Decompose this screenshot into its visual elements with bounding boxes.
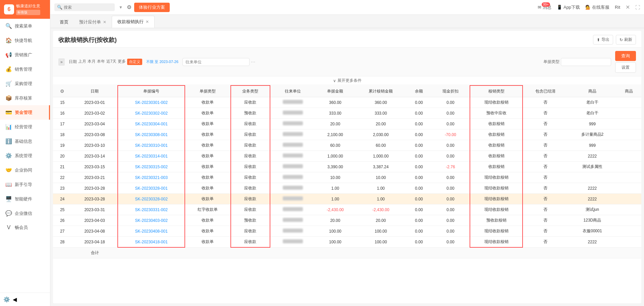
voucher-link[interactable]: SK-20230315-002 [135, 165, 167, 169]
cell-cash-discount: 0.00 [431, 97, 470, 108]
sidebar-item-label: 企业微信 [15, 210, 32, 217]
sidebar-item-label: 资金管理 [15, 110, 32, 116]
cell-voucher-no[interactable]: SK-20230314-001 [118, 151, 185, 162]
voucher-link[interactable]: SK-20230308-001 [135, 132, 167, 137]
tab-home[interactable]: 首页 [54, 16, 74, 28]
filter-last7[interactable]: 近7天 [106, 59, 117, 65]
gear-icon[interactable]: ⚙ [127, 4, 131, 10]
topbar-search-input[interactable] [64, 5, 107, 10]
voucher-link[interactable]: SK-20230310-001 [135, 143, 167, 148]
cell-include-settled: 否 [523, 194, 568, 204]
cell-voucher-no[interactable]: SK-20230408-001 [118, 226, 185, 237]
cell-voucher-no[interactable]: SK-20230310-001 [118, 140, 185, 151]
sidebar-item-shortcuts[interactable]: 🏠 快捷导航 [0, 33, 50, 48]
cell-voucher-no[interactable]: SK-20230308-001 [118, 129, 185, 140]
voucher-link[interactable]: SK-20230301-002 [135, 100, 167, 105]
cell-cumulative: 360.00 [355, 97, 407, 108]
sidebar-item-hardware[interactable]: 🖥️ 智能硬件 [0, 192, 50, 206]
cell-amount: 100.00 [315, 226, 355, 237]
filter-custom-button[interactable]: 自定义 [127, 59, 142, 65]
app-download-button[interactable]: 📱 App下载 [557, 4, 580, 10]
cell-voucher-no[interactable]: SK-20230301-002 [118, 97, 185, 108]
cell-biz-type: 应收款 [231, 204, 270, 215]
cell-product2 [616, 194, 641, 204]
sidebar-item-marketing[interactable]: 📢 营销推广 [0, 48, 50, 62]
voucher-link[interactable]: SK-20230321-003 [135, 175, 167, 180]
col-gear[interactable]: ⚙ [53, 85, 72, 97]
voucher-link[interactable]: SK-20230403-002 [135, 218, 167, 223]
sidebar-item-finance[interactable]: 💳 资金管理 [0, 105, 50, 120]
filter-partner-input[interactable] [182, 58, 250, 66]
sidebar-item-basic[interactable]: ℹ️ 基础信息 [0, 134, 50, 148]
filter-more[interactable]: 更多 [118, 59, 126, 65]
tab-collection[interactable]: 收款核销执行 ✕ [112, 16, 155, 28]
filter-date-range: 不限 至 2023-07-26 [146, 59, 178, 64]
cell-voucher-no[interactable]: SK-20230302-002 [118, 108, 185, 119]
chevron-down-icon: ▼ [119, 5, 123, 10]
cell-voucher-no[interactable]: SK-20230418-001 [118, 237, 185, 248]
voucher-link[interactable]: SK-20230304-001 [135, 122, 167, 126]
sidebar-item-member[interactable]: V 畅会员 [0, 221, 50, 235]
sidebar-item-system[interactable]: ⚙️ 系统管理 [0, 148, 50, 163]
voucher-link[interactable]: SK-20230328-002 [135, 197, 167, 201]
voucher-link[interactable]: SK-20230302-002 [135, 111, 167, 116]
cell-include-settled: 否 [523, 215, 568, 226]
filter-this-year[interactable]: 本年 [97, 59, 105, 65]
online-service-button[interactable]: 💁 在线客服 [585, 4, 609, 10]
filter-expand-more[interactable]: ∨ 展开更多条件 [53, 76, 641, 85]
sidebar-item-guide[interactable]: 📖 新手引导 [0, 177, 50, 192]
sidebar-item-inventory[interactable]: 📦 库存核算 [0, 91, 50, 105]
cell-cash-discount: 0.00 [431, 215, 470, 226]
user-name[interactable]: Rit [615, 5, 620, 10]
mobile-icon: 📱 [557, 5, 562, 10]
cell-voucher-no[interactable]: SK-20230403-002 [118, 215, 185, 226]
sidebar-item-search[interactable]: 🔍 搜索菜单 [0, 19, 50, 33]
sidebar-item-sales[interactable]: 💰 销售管理 [0, 62, 50, 76]
collapse-icon[interactable]: ◀ [13, 296, 17, 303]
cell-voucher-no[interactable]: SK-20230331-002 [118, 204, 185, 215]
voucher-link[interactable]: SK-20230314-001 [135, 154, 167, 159]
export-button[interactable]: ⬆ 导出 [593, 35, 613, 45]
filter-this-month[interactable]: 本月 [88, 59, 96, 65]
sidebar-item-enterprise[interactable]: 🤝 企业协同 [0, 163, 50, 177]
cell-date: 2023-03-08 [72, 129, 118, 140]
cell-voucher-no[interactable]: SK-20230304-001 [118, 119, 185, 129]
industry-solution-button[interactable]: 体验行业方案 [134, 3, 170, 12]
table-row: 192023-03-10SK-20230310-001收款单应收款60.0060… [53, 140, 641, 151]
cell-date: 2023-03-14 [72, 151, 118, 162]
voucher-link[interactable]: SK-20230408-001 [135, 229, 167, 234]
cell-include-settled: 否 [523, 151, 568, 162]
close-icon[interactable]: ✕ [626, 4, 630, 10]
cell-product2 [616, 97, 641, 108]
settings-icon[interactable]: ⚙️ [3, 296, 10, 303]
cell-voucher-no[interactable]: SK-20230315-002 [118, 162, 185, 172]
sidebar-item-wechat[interactable]: 💬 企业微信 [0, 206, 50, 221]
voucher-link[interactable]: SK-20230328-001 [135, 186, 167, 191]
voucher-link[interactable]: SK-20230418-001 [135, 240, 167, 244]
tab-prepaid[interactable]: 预计应付单 ✕ [74, 16, 112, 28]
cell-voucher-no[interactable]: SK-20230328-001 [118, 183, 185, 194]
refresh-button[interactable]: ↻ 刷新 [616, 35, 636, 45]
column-settings-icon[interactable]: ⚙ [60, 88, 64, 94]
tab-close-active-icon[interactable]: ✕ [146, 19, 149, 24]
cell-date: 2023-03-28 [72, 183, 118, 194]
sidebar-item-operations[interactable]: 📊 经营管理 [0, 120, 50, 134]
tab-close-icon[interactable]: ✕ [103, 20, 106, 24]
cell-balance: 0.00 [407, 108, 431, 119]
sidebar-item-purchase[interactable]: 🛒 采购管理 [0, 76, 50, 91]
cell-partner [270, 194, 315, 204]
messages-button[interactable]: ✉ 消息 99+ [538, 4, 551, 10]
filter-settings-button[interactable]: 设置 [615, 62, 636, 73]
table-row: 172023-03-04SK-20230304-001收款单应收款20.0020… [53, 119, 641, 129]
filter-type-select[interactable] [561, 58, 611, 66]
cell-cash-discount: 0.00 [431, 172, 470, 183]
voucher-link[interactable]: SK-20230331-002 [135, 207, 167, 212]
filter-expand-button[interactable]: » [58, 58, 65, 66]
topbar-search-box[interactable]: 🔍 [54, 3, 115, 11]
query-button[interactable]: 查询 [615, 51, 636, 61]
sidebar-item-label: 新手引导 [15, 182, 32, 188]
filter-last-month[interactable]: 上月 [78, 59, 86, 65]
expand-icon[interactable]: ⛶ [635, 5, 640, 10]
cell-voucher-no[interactable]: SK-20230321-003 [118, 172, 185, 183]
cell-voucher-no[interactable]: SK-20230328-002 [118, 194, 185, 204]
